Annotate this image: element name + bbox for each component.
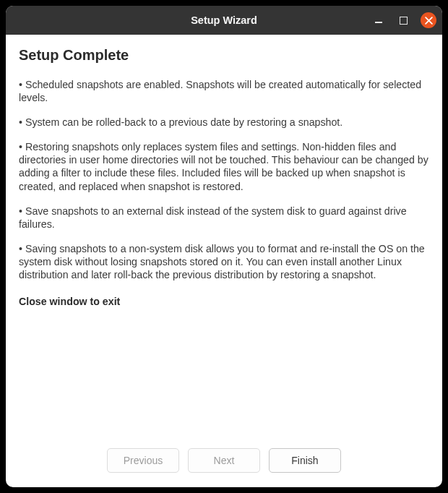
setup-wizard-window: Setup Wizard Setup Complete Scheduled sn… (6, 6, 442, 487)
finish-button[interactable]: Finish (269, 448, 341, 473)
content-area: Setup Complete Scheduled snapshots are e… (6, 35, 442, 441)
maximize-icon[interactable] (396, 13, 410, 27)
next-button: Next (188, 448, 260, 473)
close-icon[interactable] (421, 12, 436, 28)
window-title: Setup Wizard (191, 14, 257, 26)
previous-button: Previous (107, 448, 179, 473)
button-bar: Previous Next Finish (6, 441, 442, 487)
info-bullet: Save snapshots to an external disk inste… (19, 205, 429, 231)
close-window-hint: Close window to exit (19, 295, 429, 308)
minimize-icon[interactable] (371, 13, 386, 27)
info-bullet: System can be rolled-back to a previous … (19, 116, 429, 129)
page-title: Setup Complete (19, 46, 429, 65)
titlebar: Setup Wizard (6, 6, 442, 35)
info-bullet: Saving snapshots to a non-system disk al… (19, 242, 429, 282)
window-controls (371, 6, 436, 35)
info-bullet: Scheduled snapshots are enabled. Snapsho… (19, 78, 429, 104)
info-bullet: Restoring snapshots only replaces system… (19, 140, 429, 193)
